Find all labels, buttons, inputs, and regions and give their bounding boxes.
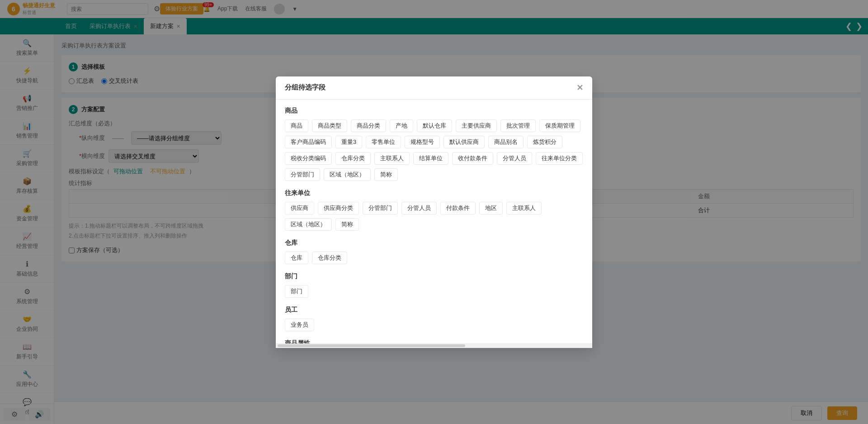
product-attr-section-title: 商品属性 xyxy=(285,339,583,343)
modal-close-button[interactable]: ✕ xyxy=(576,83,583,93)
field-tag[interactable]: 业务员 xyxy=(285,319,314,331)
field-tag[interactable]: 保质期管理 xyxy=(539,119,580,132)
field-section-partner: 往来单位 供应商 供应商分类 分管部门 分管人员 付款条件 地区 主联系人 区域… xyxy=(285,189,583,231)
field-tag[interactable]: 仓库分类 xyxy=(335,152,371,165)
partner-section-title: 往来单位 xyxy=(285,189,583,197)
modal-hscroll-thumb[interactable] xyxy=(278,344,465,347)
field-tag[interactable]: 区域（地区） xyxy=(285,218,332,231)
goods-field-tags: 商品 商品类型 商品分类 产地 默认仓库 主要供应商 批次管理 保质期管理 客户… xyxy=(285,119,583,181)
field-tag[interactable]: 地区 xyxy=(479,202,503,214)
field-tag[interactable]: 客户商品编码 xyxy=(285,136,332,148)
field-section-goods: 商品 商品 商品类型 商品分类 产地 默认仓库 主要供应商 批次管理 保质期管理… xyxy=(285,107,583,181)
staff-field-tags: 业务员 xyxy=(285,319,583,331)
field-tag[interactable]: 分管部门 xyxy=(285,168,320,181)
field-select-modal: 分组待选字段 ✕ 商品 商品 商品类型 商品分类 产地 默认仓库 主要供应商 批… xyxy=(276,76,592,348)
field-tag[interactable]: 默认仓库 xyxy=(417,119,452,132)
field-tag[interactable]: 炼货积分 xyxy=(527,136,562,148)
field-tag[interactable]: 商品 xyxy=(285,119,308,132)
field-tag[interactable]: 零售单位 xyxy=(366,136,401,148)
modal-horizontal-scrollbar[interactable] xyxy=(276,343,592,348)
partner-field-tags: 供应商 供应商分类 分管部门 分管人员 付款条件 地区 主联系人 区域（地区） … xyxy=(285,202,583,231)
field-tag[interactable]: 简称 xyxy=(335,218,359,231)
field-tag[interactable]: 区域（地区） xyxy=(324,168,371,181)
field-tag[interactable]: 批次管理 xyxy=(500,119,536,132)
modal-overlay: 分组待选字段 ✕ 商品 商品 商品类型 商品分类 产地 默认仓库 主要供应商 批… xyxy=(0,0,868,424)
modal-title: 分组待选字段 xyxy=(285,83,326,92)
field-tag[interactable]: 简称 xyxy=(374,168,398,181)
warehouse-field-tags: 仓库 仓库分类 xyxy=(285,252,583,264)
field-tag[interactable]: 规格型号 xyxy=(405,136,440,148)
field-tag[interactable]: 商品分类 xyxy=(351,119,386,132)
field-tag[interactable]: 分管部门 xyxy=(363,202,398,214)
field-tag[interactable]: 供应商 xyxy=(285,202,314,214)
field-tag[interactable]: 分管人员 xyxy=(497,152,532,165)
field-tag[interactable]: 结算单位 xyxy=(413,152,448,165)
field-tag[interactable]: 主要供应商 xyxy=(456,119,497,132)
field-tag[interactable]: 仓库 xyxy=(285,252,308,264)
field-tag[interactable]: 商品类型 xyxy=(312,119,347,132)
modal-header: 分组待选字段 ✕ xyxy=(276,76,592,100)
dept-section-title: 部门 xyxy=(285,272,583,281)
field-section-product-attr: 商品属性 属性 颜色 多规格 尺码 鞋码 1 xyxy=(285,339,583,343)
field-tag[interactable]: 默认供应商 xyxy=(443,136,485,148)
field-tag[interactable]: 供应商分类 xyxy=(318,202,359,214)
field-tag[interactable]: 仓库分类 xyxy=(312,252,347,264)
field-tag[interactable]: 重量3 xyxy=(335,136,362,148)
warehouse-section-title: 仓库 xyxy=(285,239,583,247)
field-tag[interactable]: 主联系人 xyxy=(506,202,542,214)
field-tag[interactable]: 税收分类编码 xyxy=(285,152,332,165)
modal-body: 商品 商品 商品类型 商品分类 产地 默认仓库 主要供应商 批次管理 保质期管理… xyxy=(276,100,592,343)
field-section-dept: 部门 部门 xyxy=(285,272,583,298)
field-tag[interactable]: 往来单位分类 xyxy=(536,152,583,165)
field-tag[interactable]: 部门 xyxy=(285,285,308,298)
field-tag[interactable]: 产地 xyxy=(390,119,413,132)
field-tag[interactable]: 付款条件 xyxy=(440,202,476,214)
dept-field-tags: 部门 xyxy=(285,285,583,298)
field-tag[interactable]: 分管人员 xyxy=(401,202,437,214)
field-tag[interactable]: 商品别名 xyxy=(488,136,524,148)
field-tag[interactable]: 主联系人 xyxy=(374,152,410,165)
field-tag[interactable]: 收付款条件 xyxy=(452,152,493,165)
goods-section-title: 商品 xyxy=(285,107,583,115)
field-section-warehouse: 仓库 仓库 仓库分类 xyxy=(285,239,583,264)
field-section-staff: 员工 业务员 xyxy=(285,306,583,331)
staff-section-title: 员工 xyxy=(285,306,583,314)
